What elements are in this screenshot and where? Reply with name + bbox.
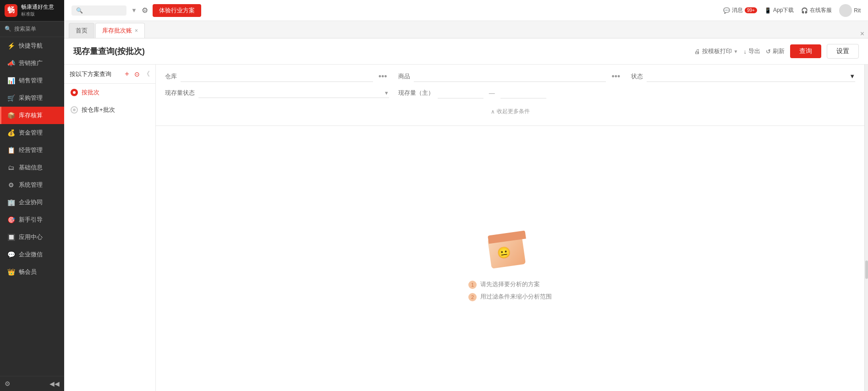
app-download-label: App下载	[773, 6, 794, 14]
sidebar-item-wechat[interactable]: 💬 企业微信	[0, 246, 64, 263]
settings-button[interactable]: 设置	[827, 44, 859, 59]
sidebar-item-label: 系统管理	[19, 181, 43, 189]
tab-batch-label: 库存批次账	[102, 27, 132, 35]
search-menu-label: 搜索菜单	[14, 25, 36, 33]
plan-settings-icon[interactable]: ⊙	[134, 71, 140, 78]
current-qty-min-input[interactable]	[438, 87, 483, 98]
topbar-gear-icon[interactable]: ⚙	[142, 6, 148, 15]
sidebar-item-quick-nav[interactable]: ⚡ 快捷导航	[0, 37, 64, 54]
tip-num-2: 2	[468, 293, 477, 301]
sidebar: 畅 畅康通好生意 标准版 🔍 搜索菜单 ⚡ 快捷导航 📣 营销推广 📊 销售管理…	[0, 0, 64, 391]
inventory-status-select[interactable]: ▼	[198, 88, 389, 98]
sidebar-item-label: 销售管理	[19, 76, 43, 85]
body-layout: 按以下方案查询 ＋ ⊙ 《 按批次	[64, 65, 868, 391]
tab-close-icon[interactable]: ×	[135, 27, 138, 34]
tab-home-label: 首页	[76, 27, 88, 35]
member-icon: 👑	[7, 268, 15, 276]
sidebar-item-purchase[interactable]: 🛒 采购管理	[0, 89, 64, 107]
product-input[interactable]	[414, 71, 606, 82]
tab-batch[interactable]: 库存批次账 ×	[95, 23, 145, 38]
user-item[interactable]: Rit	[839, 4, 861, 17]
current-qty-max-input[interactable]	[500, 87, 546, 98]
collapse-filters-icon: ∧	[491, 109, 495, 115]
messages-item[interactable]: 💬 消息 99+	[723, 6, 757, 14]
right-scroll-thumb	[865, 261, 868, 279]
empty-tips: 1 请先选择要分析的方案 2 用过滤条件来缩小分析范围	[468, 280, 552, 301]
status-select[interactable]: ▼	[647, 71, 855, 82]
plan-dot-active	[71, 89, 78, 96]
app-download-item[interactable]: 📱 App下载	[764, 6, 794, 14]
sidebar-item-enterprise[interactable]: 🏢 企业协同	[0, 194, 64, 211]
app-title: 畅康通好生意	[21, 4, 54, 11]
topbar-search[interactable]: 🔍	[71, 5, 126, 16]
sidebar-item-apps[interactable]: 🔲 应用中心	[0, 228, 64, 246]
status-filter: 状态 ▼	[631, 71, 855, 82]
sidebar-item-marketing[interactable]: 📣 营销推广	[0, 54, 64, 72]
left-panel-actions: ＋ ⊙ 《	[123, 69, 150, 79]
warehouse-input[interactable]	[181, 71, 373, 82]
apps-icon: 🔲	[7, 233, 15, 241]
tab-home[interactable]: 首页	[69, 23, 94, 38]
refresh-action[interactable]: ↺ 刷新	[766, 47, 785, 55]
tab-close-all-icon[interactable]: ×	[860, 30, 864, 38]
settings-icon[interactable]: ⚙	[5, 380, 11, 387]
warehouse-dots-icon[interactable]: •••	[377, 72, 389, 81]
sidebar-footer: ⚙ ◀◀	[0, 376, 64, 391]
experience-btn[interactable]: 体验行业方案	[153, 4, 201, 17]
sidebar-item-operations[interactable]: 📋 经营管理	[0, 141, 64, 159]
sidebar-item-label: 库存核算	[19, 111, 43, 119]
sidebar-item-label: 资金管理	[19, 129, 43, 137]
sidebar-item-sales[interactable]: 📊 销售管理	[0, 72, 64, 89]
online-service-item[interactable]: 🎧 在线客服	[801, 6, 832, 14]
sidebar-item-inventory[interactable]: 📦 库存核算	[0, 107, 64, 124]
page-actions: 🖨 按模板打印 ▼ ↓ 导出 ↺ 刷新 查询 设置	[694, 44, 859, 59]
newbie-icon: 🎯	[7, 216, 15, 224]
tip-num-1: 1	[468, 281, 477, 289]
search-icon: 🔍	[76, 7, 83, 14]
inventory-status-arrow-icon: ▼	[384, 90, 389, 96]
empty-tip-1: 1 请先选择要分析的方案	[468, 280, 552, 289]
quick-nav-icon: ⚡	[7, 42, 15, 50]
sidebar-item-system[interactable]: ⚙ 系统管理	[0, 176, 64, 194]
right-scroll-indicator[interactable]	[864, 65, 868, 391]
filter-row-2: 现存量状态 ▼ 现存量（主） —	[165, 87, 855, 98]
topbar-right: 💬 消息 99+ 📱 App下载 🎧 在线客服 Rit	[723, 4, 861, 17]
collapse-filters-bar[interactable]: ∧ 收起更多条件	[165, 104, 855, 119]
export-action[interactable]: ↓ 导出	[744, 47, 761, 55]
empty-illustration: 😐	[483, 216, 538, 271]
plan-item-by-batch[interactable]: 按批次	[64, 84, 155, 101]
sidebar-item-basics[interactable]: 🗂 基础信息	[0, 159, 64, 176]
wechat-icon: 💬	[7, 250, 15, 259]
app-logo: 畅	[5, 4, 17, 17]
page-title: 现存量查询(按批次)	[73, 46, 145, 57]
sidebar-item-label: 营销推广	[19, 59, 43, 67]
status-arrow-icon: ▼	[849, 73, 855, 80]
sidebar-header: 畅 畅康通好生意 标准版	[0, 0, 64, 22]
sidebar-item-member[interactable]: 👑 畅会员	[0, 263, 64, 281]
print-action[interactable]: 🖨 按模板打印 ▼	[694, 47, 738, 55]
plan-item-by-warehouse-batch[interactable]: 按仓库+批次	[64, 101, 155, 119]
print-icon: 🖨	[694, 48, 700, 55]
avatar	[839, 4, 852, 17]
collapse-left-icon[interactable]: 《	[143, 70, 150, 78]
sidebar-item-newbie[interactable]: 🎯 新手引导	[0, 211, 64, 228]
topbar-dropdown-icon[interactable]: ▼	[131, 7, 137, 14]
sidebar-item-label: 快捷导航	[19, 42, 43, 50]
range-separator: —	[487, 90, 497, 97]
sidebar-item-finance[interactable]: 💰 资金管理	[0, 124, 64, 141]
refresh-label: 刷新	[773, 47, 785, 55]
plan-by-warehouse-batch-label: 按仓库+批次	[82, 106, 115, 114]
collapse-filters-label: 收起更多条件	[497, 108, 530, 115]
left-panel: 按以下方案查询 ＋ ⊙ 《 按批次	[64, 65, 156, 391]
tip-text-1: 请先选择要分析的方案	[480, 280, 540, 288]
main-area: 🔍 ▼ ⚙ 体验行业方案 💬 消息 99+ 📱 App下载 🎧 在线客服 Rit	[64, 0, 868, 391]
product-dots-icon[interactable]: •••	[610, 72, 622, 81]
refresh-icon: ↺	[766, 48, 771, 55]
query-button[interactable]: 查询	[790, 44, 821, 58]
filter-row-1: 仓库 ••• 商品 ••• 状态	[165, 71, 855, 82]
messages-badge: 99+	[745, 7, 757, 13]
add-plan-icon[interactable]: ＋	[123, 69, 131, 79]
collapse-sidebar-icon[interactable]: ◀◀	[49, 380, 60, 387]
search-menu[interactable]: 🔍 搜索菜单	[0, 22, 64, 37]
app-subtitle: 标准版	[21, 11, 54, 17]
